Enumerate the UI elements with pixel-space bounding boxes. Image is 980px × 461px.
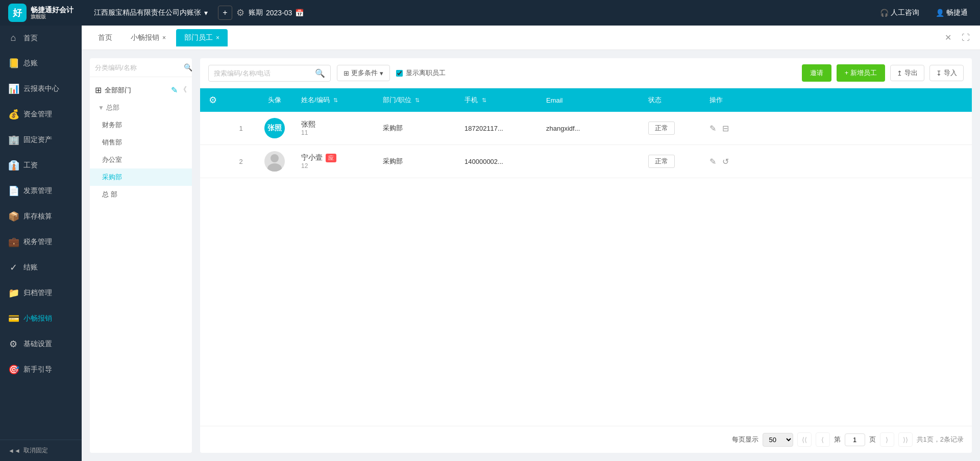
col-dept-sort-icon: ⇅: [415, 97, 420, 103]
company-select[interactable]: 江西服宝精品有限责任公司内账张 ▾: [90, 6, 212, 19]
col-phone-label: 手机: [464, 96, 478, 104]
close-tab-button[interactable]: ✕: [943, 31, 953, 44]
first-page-button[interactable]: ⟨⟨: [797, 432, 812, 447]
page-label: 页: [869, 435, 876, 444]
last-page-button[interactable]: ⟩⟩: [898, 432, 913, 447]
cloud-report-icon: 📊: [8, 83, 18, 94]
sidebar-item-tax[interactable]: 💼 税务管理: [0, 229, 82, 255]
sidebar-label-basic-settings: 基础设置: [23, 339, 52, 349]
row2-edit-icon[interactable]: ✎: [709, 157, 716, 166]
dept-item-purchase[interactable]: 采购部: [90, 168, 192, 186]
row2-dept: 采购部: [375, 145, 456, 178]
all-dept-item[interactable]: ⊞ 全部部门 ✎ 《: [90, 81, 192, 99]
settings-icon[interactable]: ⚙: [236, 7, 244, 18]
sidebar-item-basic-settings[interactable]: ⚙ 基础设置: [0, 331, 82, 357]
dept-collapse-icon[interactable]: 《: [180, 85, 187, 95]
show-resigned-input[interactable]: [396, 70, 403, 77]
sidebar-item-inventory[interactable]: 📦 库存核算: [0, 204, 82, 229]
export-button[interactable]: ↥ 导出: [890, 65, 924, 81]
sidebar-label-tax: 税务管理: [23, 237, 52, 247]
tab-expense-close[interactable]: ×: [162, 35, 166, 41]
employee-search-icon[interactable]: 🔍: [315, 68, 325, 78]
headset-icon: 🎧: [880, 9, 889, 17]
user-label: 畅捷通: [946, 8, 968, 17]
sidebar-item-newbie[interactable]: 🎯 新手引导: [0, 357, 82, 382]
sidebar-label-invoice: 发票管理: [23, 186, 52, 196]
sidebar-item-fixed-assets[interactable]: 🏢 固定资产: [0, 127, 82, 153]
dept-item-sales[interactable]: 销售部: [90, 134, 192, 151]
newbie-icon: 🎯: [8, 364, 18, 375]
logo-main: 畅捷通好会计: [31, 6, 74, 14]
row1-logout-icon[interactable]: ⊟: [722, 124, 729, 133]
invite-button[interactable]: 邀请: [802, 64, 831, 82]
dept-header-right: ✎ 《: [171, 85, 187, 95]
dept-item-hq-sub[interactable]: 总 部: [90, 186, 192, 203]
employee-search-input[interactable]: [214, 69, 312, 77]
dept-search-icon[interactable]: 🔍: [184, 63, 192, 71]
col-name-header[interactable]: 姓名/编码 ⇅: [293, 88, 375, 112]
sidebar-item-cloud-report[interactable]: 📊 云报表中心: [0, 76, 82, 102]
tax-icon: 💼: [8, 236, 18, 248]
user-icon: 👤: [936, 9, 944, 17]
col-email-header: Email: [538, 88, 640, 112]
expand-tab-button[interactable]: ⛶: [960, 31, 972, 44]
col-dept-header[interactable]: 部门/职位 ⇅: [375, 88, 456, 112]
hq-group[interactable]: ▼ 总部: [90, 99, 192, 116]
sidebar-item-archive[interactable]: 📁 归档管理: [0, 280, 82, 306]
tab-dept-employee-label: 部门员工: [184, 33, 213, 42]
dept-item-office[interactable]: 办公室: [90, 151, 192, 168]
sidebar-item-checkout[interactable]: ✓ 结账: [0, 255, 82, 280]
show-resigned-checkbox[interactable]: 显示离职员工: [396, 68, 446, 78]
consult-button[interactable]: 🎧 人工咨询: [876, 6, 923, 19]
sidebar-item-expense[interactable]: 💳 小畅报销: [0, 306, 82, 331]
cancel-fixed-label: 取消固定: [23, 446, 48, 455]
dept-item-finance[interactable]: 财务部: [90, 116, 192, 134]
row1-edit-icon[interactable]: ✎: [709, 124, 716, 133]
filter-button[interactable]: ⊞ 更多条件 ▾: [337, 65, 390, 81]
all-dept-label: 全部部门: [105, 86, 131, 95]
tab-home[interactable]: 首页: [90, 29, 120, 46]
filter-label: 更多条件: [351, 68, 378, 78]
row2-email: [538, 145, 640, 178]
sidebar-label-newbie: 新手引导: [23, 365, 52, 374]
next-page-button[interactable]: ⟩: [880, 432, 894, 447]
row2-code: 12: [301, 162, 366, 169]
row2-refresh-icon[interactable]: ↺: [722, 157, 729, 166]
row2-status: 正常: [640, 145, 701, 178]
row2-avatar: [256, 145, 293, 178]
tab-dept-employee[interactable]: 部门员工 ×: [176, 29, 228, 46]
dept-search-bar: 🔍: [90, 58, 192, 77]
import-button[interactable]: ↧ 导入: [929, 65, 964, 81]
dept-search-input[interactable]: [95, 64, 181, 71]
dept-edit-icon[interactable]: ✎: [171, 85, 178, 95]
tab-expense[interactable]: 小畅报销 ×: [122, 29, 174, 46]
row1-name-cell: 张熙 11: [293, 112, 375, 145]
row1-avatar: 张照: [256, 112, 293, 145]
cancel-fixed-button[interactable]: ◄◄ 取消固定: [0, 440, 82, 461]
row1-status-tag: 正常: [648, 122, 675, 135]
sidebar-item-payroll[interactable]: 👔 工资: [0, 153, 82, 178]
row1-dept: 采购部: [375, 112, 456, 145]
tab-dept-employee-close[interactable]: ×: [216, 35, 219, 41]
calendar-icon[interactable]: 📅: [295, 9, 304, 17]
per-page-select[interactable]: 50 10 20 100: [763, 433, 793, 447]
col-gear-header[interactable]: ⚙: [200, 88, 226, 112]
add-tab-button[interactable]: +: [218, 6, 232, 20]
inventory-icon: 📦: [8, 211, 18, 222]
page-input[interactable]: [845, 433, 865, 446]
col-dept-label: 部门/职位: [383, 96, 411, 104]
consult-label: 人工咨询: [891, 8, 919, 17]
sidebar-item-fund-management[interactable]: 💰 资金管理: [0, 102, 82, 127]
user-menu[interactable]: 👤 畅捷通: [932, 6, 972, 19]
col-gear-icon[interactable]: ⚙: [209, 95, 217, 105]
sidebar-item-home[interactable]: ⌂ 首页: [0, 26, 82, 51]
prev-page-button[interactable]: ⟨: [816, 432, 830, 447]
col-phone-header[interactable]: 手机 ⇅: [456, 88, 538, 112]
row2-avatar-img: [264, 151, 285, 172]
sidebar-item-invoice[interactable]: 📄 发票管理: [0, 178, 82, 204]
logo-icon: 好: [8, 4, 27, 22]
archive-icon: 📁: [8, 287, 18, 299]
sidebar-item-general-ledger[interactable]: 📒 总账: [0, 51, 82, 76]
tab-expense-label: 小畅报销: [131, 33, 159, 42]
add-employee-button[interactable]: + 新增员工: [837, 64, 885, 82]
